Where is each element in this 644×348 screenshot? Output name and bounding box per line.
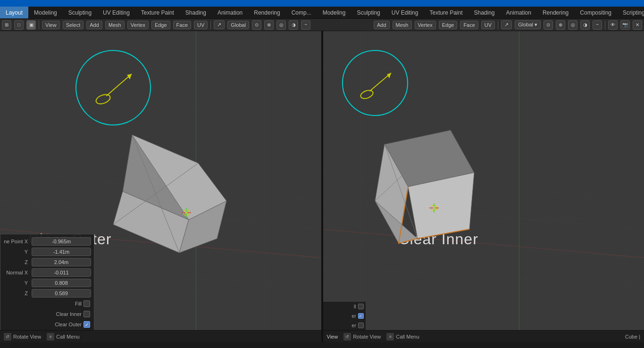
tab-rendering-right[interactable]: Rendering bbox=[537, 7, 574, 18]
viewport-icon[interactable]: □ bbox=[14, 20, 24, 30]
sp-check-fill[interactable] bbox=[358, 304, 364, 309]
prop-icon-right[interactable]: ◎ bbox=[568, 20, 577, 30]
tab-uv-editing-left[interactable]: UV Editing bbox=[97, 7, 135, 18]
tab-sculpting-left[interactable]: Sculpting bbox=[63, 7, 97, 18]
toolbar: ⊞ □ ▣ View Select Add Mesh Vertex Edge F… bbox=[0, 19, 644, 31]
sp-check-er2[interactable] bbox=[358, 323, 364, 328]
transform-btn[interactable]: ↗ bbox=[214, 20, 225, 29]
shading-icon-right[interactable]: ~ bbox=[593, 20, 602, 30]
prop-row-normal-x: Normal X -0.011 bbox=[0, 267, 94, 278]
main-area: Clear Outer bbox=[0, 31, 644, 342]
tab-shading-left[interactable]: Shading bbox=[180, 7, 212, 18]
add-btn[interactable]: Add bbox=[86, 21, 102, 29]
call-menu-btn-right[interactable]: ≡ Call Menu bbox=[386, 333, 419, 340]
checkbox-fill[interactable] bbox=[84, 300, 90, 307]
toolbar-sep-1 bbox=[39, 21, 39, 29]
transform-btn-right[interactable]: ↗ bbox=[501, 20, 512, 29]
prop-row-y2: Y 0.808 bbox=[0, 278, 94, 288]
mesh-right bbox=[370, 125, 512, 267]
global-btn-right[interactable]: Global ▾ bbox=[515, 20, 541, 29]
viewport-right[interactable]: Clear Inner bbox=[323, 31, 644, 342]
rotate-view-btn-right[interactable]: ↺ Rotate View bbox=[343, 333, 381, 340]
tab-compositing-left[interactable]: Comp... bbox=[286, 7, 317, 18]
face-btn-right[interactable]: Face bbox=[460, 21, 478, 29]
prop-label-fill: Fill bbox=[75, 301, 82, 307]
tab-compositing-right[interactable]: Compositing bbox=[574, 7, 617, 18]
checkbox-clear-inner[interactable] bbox=[84, 311, 90, 317]
mirror-icon-right[interactable]: ⊕ bbox=[556, 20, 565, 30]
status-right-area: View ↺ Rotate View ≡ Call Menu bbox=[323, 333, 625, 340]
viewport-right-bg: Clear Inner bbox=[323, 31, 644, 342]
snap-icon[interactable]: ⊙ bbox=[252, 20, 261, 30]
shading-icon[interactable]: ~ bbox=[301, 20, 310, 30]
view-btn[interactable]: View bbox=[42, 21, 60, 29]
rotate-view-btn-left[interactable]: ↺ Rotate View bbox=[4, 333, 41, 340]
top-tabs-bar: Layout Modeling Sculpting UV Editing Tex… bbox=[0, 7, 644, 19]
camera-icon[interactable]: 👁 bbox=[608, 20, 618, 30]
viewport-left[interactable]: Clear Outer bbox=[0, 31, 321, 342]
tab-sculpting-right[interactable]: Sculpting bbox=[351, 7, 385, 18]
close2-icon[interactable]: ✕ bbox=[633, 20, 642, 30]
global-btn[interactable]: Global bbox=[227, 21, 249, 29]
face-btn[interactable]: Face bbox=[173, 21, 191, 29]
edge-btn-right[interactable]: Edge bbox=[439, 21, 458, 29]
prop-value-point-x[interactable]: -0.965m bbox=[32, 237, 91, 246]
svg-point-21 bbox=[95, 93, 111, 106]
tab-modeling-right[interactable]: Modeling bbox=[317, 7, 351, 18]
rotate-icon-right: ↺ bbox=[343, 333, 351, 340]
prop-value-z1[interactable]: 2.04m bbox=[32, 258, 91, 266]
overlay-icon[interactable]: ◑ bbox=[289, 20, 298, 30]
prop-label-clear-outer: Clear Outer bbox=[55, 322, 82, 327]
tab-uv-editing-right[interactable]: UV Editing bbox=[386, 7, 424, 18]
prop-label-clear-inner: Clear Inner bbox=[56, 311, 82, 317]
prop-value-y1[interactable]: -1.41m bbox=[32, 248, 91, 256]
prop-value-z2[interactable]: 0.589 bbox=[32, 289, 91, 298]
overlay-icon-right[interactable]: ◑ bbox=[580, 20, 590, 30]
sp-check-er1[interactable] bbox=[358, 313, 364, 319]
sp-label-er2: er bbox=[352, 323, 356, 328]
prop-label-y1: Y bbox=[3, 249, 32, 255]
tab-layout[interactable]: Layout bbox=[0, 7, 28, 18]
prop-value-normal-x[interactable]: -0.011 bbox=[32, 268, 91, 277]
prop-row-clear-inner: Clear Inner bbox=[0, 309, 94, 319]
tab-texture-paint-right[interactable]: Texture Paint bbox=[424, 7, 468, 18]
mesh-btn-right[interactable]: Mesh bbox=[393, 21, 412, 29]
svg-line-22 bbox=[106, 74, 132, 96]
snap-icon-right[interactable]: ⊙ bbox=[544, 20, 553, 30]
prop-value-y2[interactable]: 0.808 bbox=[32, 279, 91, 287]
status-left-area: ↺ Rotate View ≡ Call Menu bbox=[0, 333, 321, 340]
uv-btn-right[interactable]: UV bbox=[481, 21, 495, 29]
tab-modeling[interactable]: Modeling bbox=[28, 7, 63, 18]
tab-animation-left[interactable]: Animation bbox=[212, 7, 248, 18]
prop-row-clear-outer: Clear Outer bbox=[0, 319, 94, 330]
mirror-icon[interactable]: ⊕ bbox=[264, 20, 274, 30]
render-icon[interactable]: 📷 bbox=[620, 20, 630, 30]
grid-mode-icon[interactable]: ⊞ bbox=[2, 20, 11, 30]
tab-texture-paint-left[interactable]: Texture Paint bbox=[135, 7, 180, 18]
tab-scripting-right[interactable]: Scripting bbox=[617, 7, 644, 18]
cube-label: Cube | bbox=[625, 334, 644, 340]
call-menu-btn-left[interactable]: ≡ Call Menu bbox=[47, 333, 80, 340]
svg-point-67 bbox=[433, 207, 435, 209]
prop-label-z2: Z bbox=[3, 290, 32, 296]
uv-btn[interactable]: UV bbox=[194, 21, 208, 29]
status-bar-right: View ↺ Rotate View ≡ Call Menu Cube | bbox=[323, 330, 644, 342]
checkbox-clear-outer[interactable] bbox=[84, 321, 90, 328]
toggle-icon[interactable]: ▣ bbox=[26, 20, 36, 30]
status-bar-left: ↺ Rotate View ≡ Call Menu bbox=[0, 330, 321, 342]
edge-btn[interactable]: Edge bbox=[151, 21, 170, 29]
prop-icon[interactable]: ◎ bbox=[276, 20, 286, 30]
tab-shading-right[interactable]: Shading bbox=[468, 7, 501, 18]
vertex-btn[interactable]: Vertex bbox=[127, 21, 149, 29]
select-btn[interactable]: Select bbox=[63, 21, 84, 29]
add-btn-right[interactable]: Add bbox=[374, 21, 390, 29]
window-drag-bar[interactable] bbox=[0, 0, 644, 7]
gizmo-circle-right bbox=[342, 50, 408, 116]
tab-rendering-left[interactable]: Rendering bbox=[248, 7, 285, 18]
tab-animation-right[interactable]: Animation bbox=[501, 7, 537, 18]
toolbar-sep-2 bbox=[210, 21, 211, 29]
prop-label-z1: Z bbox=[3, 259, 32, 265]
mesh-btn[interactable]: Mesh bbox=[105, 21, 125, 29]
sp-row-er1: er bbox=[323, 311, 366, 321]
vertex-btn-right[interactable]: Vertex bbox=[415, 21, 436, 29]
